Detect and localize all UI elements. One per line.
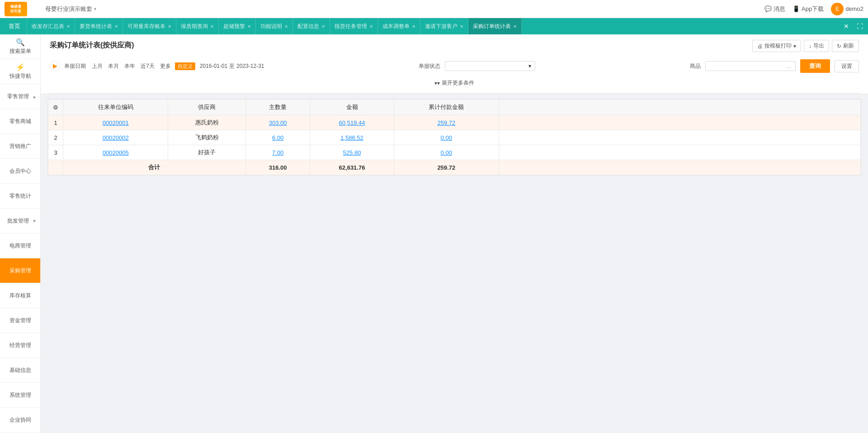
- row-paid[interactable]: 0.00: [394, 130, 499, 145]
- tab-cost-adjust[interactable]: 成本调整单 ✕: [378, 18, 420, 34]
- tab-close-icon[interactable]: ✕: [412, 24, 415, 29]
- tab-close-all-button[interactable]: ✕: [841, 22, 852, 31]
- row-code[interactable]: 00020001: [63, 115, 168, 130]
- sidebar-item-member[interactable]: 会员中心: [0, 159, 40, 184]
- shortcut-last-7-days[interactable]: 近7天: [139, 62, 156, 71]
- sidebar-item-member-label: 会员中心: [9, 167, 31, 175]
- shortcut-last-month[interactable]: 上月: [90, 62, 104, 71]
- tab-maximize-button[interactable]: ⛶: [854, 22, 866, 31]
- sidebar-item-retail[interactable]: 零售管理 ▲: [0, 84, 40, 109]
- expand-more-label: 展开更多条件: [442, 79, 474, 87]
- sidebar-item-inventory[interactable]: 库存核算: [0, 283, 40, 308]
- footer-empty-cell: [48, 160, 63, 175]
- tab-available-stock[interactable]: 可用量库存账本 ✕: [123, 18, 176, 34]
- row-amount[interactable]: 60,519.44: [310, 115, 394, 130]
- table-row: 2 00020002 飞鹤奶粉 6.00 1,586.52 0.00: [48, 130, 861, 145]
- sidebar-item-quick-nav-label: 快捷导航: [9, 72, 31, 80]
- shortcut-this-month[interactable]: 本月: [107, 62, 120, 71]
- export-button[interactable]: ↓ 导出: [804, 40, 829, 52]
- expand-more-button[interactable]: ▾▾ 展开更多条件: [50, 76, 859, 90]
- row-supplier: 好孩子: [168, 145, 245, 160]
- user-menu[interactable]: E demo2: [831, 3, 863, 15]
- tab-invite-label: 邀请下游客户: [425, 23, 458, 30]
- tab-close-icon[interactable]: ✕: [247, 24, 251, 29]
- sidebar-item-retail-mall[interactable]: 零售商城: [0, 109, 40, 134]
- filter-toggle-button[interactable]: ▶: [50, 61, 60, 71]
- tab-close-icon[interactable]: ✕: [369, 24, 373, 29]
- sidebar-item-quick-nav[interactable]: ⚡ 快捷导航: [0, 59, 40, 84]
- retail-arrow-icon: ▲: [32, 94, 37, 99]
- row-code[interactable]: 00020005: [63, 145, 168, 160]
- tab-home[interactable]: 首页: [2, 18, 27, 34]
- tab-close-icon[interactable]: ✕: [513, 24, 517, 29]
- purchase-summary-table: ⚙ 往来单位编码 供应商 主数量 金额 累计付款金额 1 00020001: [48, 99, 861, 175]
- shortcut-this-year[interactable]: 本年: [123, 62, 137, 71]
- sidebar-item-operation[interactable]: 经营管理: [0, 333, 40, 358]
- message-button[interactable]: 💬 消息: [764, 5, 785, 13]
- content-area: ⚙ 往来单位编码 供应商 主数量 金额 累计付款金额 1 00020001: [41, 94, 868, 433]
- sidebar-item-search[interactable]: 🔍 搜索菜单: [0, 34, 40, 59]
- username-label: demo2: [845, 5, 863, 12]
- sidebar-item-system-label: 系统管理: [9, 391, 31, 399]
- workspace-selector[interactable]: 母婴行业演示账套 ▾: [45, 5, 764, 13]
- tab-close-icon[interactable]: ✕: [460, 24, 463, 29]
- tab-overstock-warning[interactable]: 超储预警 ✕: [219, 18, 256, 34]
- sidebar-item-retail-stats[interactable]: 零售统计: [0, 184, 40, 209]
- row-code[interactable]: 00020002: [63, 130, 168, 145]
- tab-overstock-label: 超储预警: [223, 23, 245, 30]
- tab-collect-pay[interactable]: 收发存汇总表 ✕: [27, 18, 75, 34]
- sidebar-item-marketing[interactable]: 营销推广: [0, 134, 40, 159]
- sidebar-item-ecommerce[interactable]: 电商管理: [0, 233, 40, 258]
- status-filter-label: 单据状态: [419, 62, 440, 70]
- row-paid[interactable]: 259.72: [394, 115, 499, 130]
- row-amount[interactable]: 1,586.52: [310, 130, 394, 145]
- col-settings-header[interactable]: ⚙: [48, 100, 63, 115]
- export-icon: ↓: [809, 43, 811, 49]
- tab-close-icon[interactable]: ✕: [66, 24, 70, 29]
- tab-cost-adjust-label: 成本调整单: [382, 23, 410, 30]
- status-filter-select[interactable]: ▾: [445, 61, 535, 71]
- tab-config-info[interactable]: 配置信息 ✕: [293, 18, 330, 34]
- print-label: 按模板打印: [764, 42, 792, 50]
- sidebar-item-wholesale[interactable]: 批发管理 ▼: [0, 209, 40, 233]
- row-index: 2: [48, 130, 63, 145]
- custom-date-badge[interactable]: 自定义: [175, 62, 195, 70]
- row-qty[interactable]: 303.00: [245, 115, 310, 130]
- query-button[interactable]: 查询: [800, 59, 830, 73]
- row-amount[interactable]: 525.80: [310, 145, 394, 160]
- tab-expiry-query[interactable]: 保质期查询 ✕: [176, 18, 219, 34]
- tab-picking-task[interactable]: 拣货任务管理 ✕: [330, 18, 378, 34]
- sidebar-item-capital[interactable]: 资金管理: [0, 308, 40, 333]
- tab-close-icon[interactable]: ✕: [168, 24, 171, 29]
- row-paid[interactable]: 0.00: [394, 145, 499, 160]
- status-dropdown-icon: ▾: [528, 63, 531, 69]
- refresh-button[interactable]: ↻ 刷新: [832, 40, 859, 52]
- row-qty[interactable]: 6.00: [245, 130, 310, 145]
- logo-image: 畅捷通好生意: [5, 2, 27, 16]
- sidebar-item-cooperation-label: 企业协同: [9, 416, 31, 424]
- tab-goods-summary[interactable]: 要货单统计表 ✕: [75, 18, 123, 34]
- footer-qty-cell: 316.00: [245, 160, 310, 175]
- print-button[interactable]: 🖨 按模板打印 ▾: [752, 40, 801, 52]
- sidebar-item-cooperation[interactable]: 企业协同: [0, 408, 40, 433]
- sidebar: 🔍 搜索菜单 ⚡ 快捷导航 零售管理 ▲ 零售商城 营销推广 会员中心 零售统计: [0, 34, 41, 433]
- tab-close-icon[interactable]: ✕: [210, 24, 214, 29]
- tab-close-icon[interactable]: ✕: [284, 24, 288, 29]
- row-qty[interactable]: 7.00: [245, 145, 310, 160]
- expand-more-icon: ▾▾: [434, 80, 440, 86]
- sidebar-item-retail-label: 零售管理: [4, 93, 32, 100]
- tab-invite-customer[interactable]: 邀请下游客户 ✕: [420, 18, 468, 34]
- tab-function-desc[interactable]: 功能说明 ✕: [256, 18, 293, 34]
- tab-picking-task-label: 拣货任务管理: [335, 23, 367, 30]
- sidebar-item-basic-info[interactable]: 基础信息: [0, 358, 40, 383]
- app-download-button[interactable]: 📱 App下载: [793, 5, 824, 13]
- shortcut-more[interactable]: 更多: [159, 62, 172, 71]
- tab-close-icon[interactable]: ✕: [114, 24, 118, 29]
- sidebar-item-purchase[interactable]: 采购管理: [0, 258, 40, 283]
- footer-amount-cell: 62,631.76: [310, 160, 394, 175]
- tab-close-icon[interactable]: ✕: [321, 24, 325, 29]
- goods-filter-input[interactable]: …: [705, 61, 796, 71]
- settings-button[interactable]: 设置: [835, 60, 859, 72]
- tab-purchase-summary[interactable]: 采购订单统计表 ✕: [468, 18, 522, 34]
- sidebar-item-system[interactable]: 系统管理: [0, 383, 40, 408]
